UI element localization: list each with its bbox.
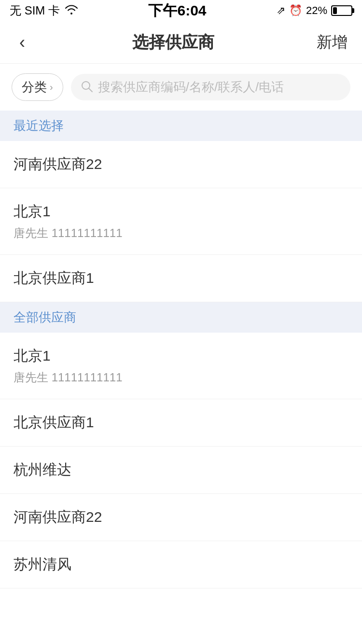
section-header-text-recent: 最近选择 xyxy=(14,118,64,133)
list-item[interactable]: 河南供应商22 xyxy=(0,141,362,188)
add-button[interactable]: 新增 xyxy=(317,32,348,53)
wifi-icon xyxy=(65,4,78,17)
search-icon xyxy=(81,80,93,95)
back-button[interactable]: ‹ xyxy=(14,29,30,56)
supplier-name: 北京1 xyxy=(14,346,348,366)
supplier-name: 北京供应商1 xyxy=(14,268,348,288)
location-icon: ⇗ xyxy=(277,4,285,17)
supplier-contact: 唐先生 11111111111 xyxy=(14,225,348,241)
search-input[interactable] xyxy=(98,80,341,95)
supplier-name: 北京供应商1 xyxy=(14,413,348,433)
status-bar: 无 SIM 卡 下午6:04 ⇗ ⏰ 22% xyxy=(0,0,362,21)
supplier-contact: 唐先生 11111111111 xyxy=(14,370,348,385)
status-right: ⇗ ⏰ 22% xyxy=(277,4,352,17)
supplier-name: 河南供应商22 xyxy=(14,154,348,174)
nav-bar: ‹ 选择供应商 新增 xyxy=(0,21,362,64)
list-item[interactable]: 北京供应商1 xyxy=(0,399,362,447)
page-title: 选择供应商 xyxy=(132,31,214,54)
battery-icon xyxy=(331,5,352,16)
status-left: 无 SIM 卡 xyxy=(10,3,78,18)
svg-line-1 xyxy=(89,88,92,92)
section-header-all: 全部供应商 xyxy=(0,302,362,333)
alarm-icon: ⏰ xyxy=(289,4,302,17)
list-item[interactable]: 杭州维达 xyxy=(0,447,362,494)
supplier-name: 杭州维达 xyxy=(14,460,348,480)
sim-text: 无 SIM 卡 xyxy=(10,3,60,18)
list-item[interactable]: 河南供应商22 xyxy=(0,494,362,541)
search-area: 分类 › xyxy=(0,64,362,111)
list-item[interactable]: 北京1唐先生 11111111111 xyxy=(0,333,362,399)
battery-percent: 22% xyxy=(306,4,327,17)
search-input-wrap xyxy=(71,74,350,100)
status-time: 下午6:04 xyxy=(148,1,206,21)
supplier-name: 河南供应商22 xyxy=(14,507,348,527)
category-label: 分类 xyxy=(22,79,47,96)
section-header-recent: 最近选择 xyxy=(0,111,362,141)
section-header-text-all: 全部供应商 xyxy=(14,310,76,324)
list-item[interactable]: 北京1唐先生 11111111111 xyxy=(0,188,362,255)
supplier-name: 苏州清风 xyxy=(14,555,348,574)
category-button[interactable]: 分类 › xyxy=(12,73,63,101)
chevron-right-icon: › xyxy=(50,82,53,93)
supplier-name: 北京1 xyxy=(14,202,348,222)
list-item[interactable]: 苏州清风 xyxy=(0,541,362,588)
supplier-list: 最近选择河南供应商22北京1唐先生 11111111111北京供应商1全部供应商… xyxy=(0,111,362,588)
list-item[interactable]: 北京供应商1 xyxy=(0,255,362,302)
